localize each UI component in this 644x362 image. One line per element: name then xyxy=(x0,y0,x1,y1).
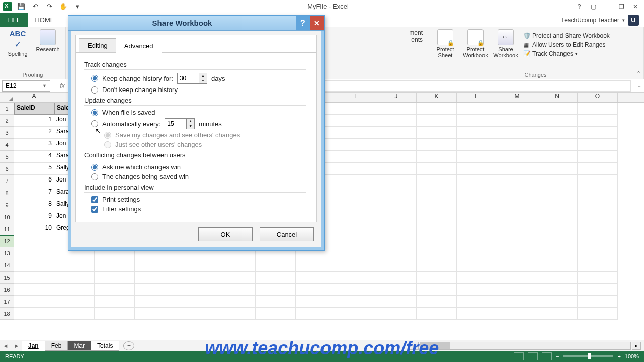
cell[interactable] xyxy=(457,259,497,272)
row-header[interactable]: 14 xyxy=(0,259,14,272)
cell[interactable] xyxy=(497,296,537,308)
cell[interactable]: 9 xyxy=(14,211,54,223)
column-header[interactable]: L xyxy=(457,93,497,102)
cell[interactable] xyxy=(457,151,497,163)
column-header[interactable]: O xyxy=(578,93,618,102)
name-box-dropdown-icon[interactable]: ▼ xyxy=(42,83,47,88)
cell[interactable]: 7 xyxy=(14,187,54,199)
scroll-thumb[interactable] xyxy=(420,342,450,349)
cell[interactable]: 8 xyxy=(14,199,54,211)
normal-view-icon[interactable] xyxy=(514,352,524,360)
opt-auto-every[interactable]: Automatically every: ▲▼ minutes xyxy=(91,118,308,129)
opt-saved-win[interactable]: The changes being saved win xyxy=(91,173,308,180)
cell[interactable] xyxy=(457,247,497,259)
cell[interactable] xyxy=(336,139,376,151)
cell[interactable] xyxy=(215,259,256,272)
row-header[interactable]: 9 xyxy=(0,199,14,211)
row-header[interactable]: 8 xyxy=(0,187,14,199)
cell[interactable] xyxy=(417,272,457,284)
ribbon-display-icon[interactable]: ▢ xyxy=(588,1,599,12)
cell[interactable]: 4 xyxy=(14,151,54,163)
protect-sheet-button[interactable]: Protect Sheet xyxy=(433,29,458,58)
cell[interactable] xyxy=(376,284,417,296)
row-header[interactable]: 3 xyxy=(0,127,14,139)
spelling-button[interactable]: ABC ✓ Spelling xyxy=(5,29,30,57)
row-header[interactable]: 10 xyxy=(0,211,14,223)
cell[interactable] xyxy=(14,247,54,259)
cell[interactable] xyxy=(376,199,417,211)
cell[interactable] xyxy=(417,175,457,187)
cell[interactable] xyxy=(376,115,417,127)
close-window-icon[interactable]: ✕ xyxy=(630,1,641,12)
cell[interactable] xyxy=(95,284,135,296)
cell[interactable] xyxy=(135,296,175,308)
column-header[interactable]: K xyxy=(417,93,457,102)
row-header[interactable]: 15 xyxy=(0,272,14,284)
cell[interactable] xyxy=(95,296,135,308)
research-button[interactable]: Research xyxy=(35,29,60,52)
cell[interactable] xyxy=(215,272,256,284)
opt-print-settings[interactable]: Print settings xyxy=(91,196,308,203)
cell[interactable] xyxy=(376,259,417,272)
cell[interactable] xyxy=(336,163,376,175)
cell[interactable] xyxy=(537,127,578,139)
cell[interactable] xyxy=(578,115,618,127)
cell[interactable] xyxy=(296,296,336,308)
cell[interactable] xyxy=(457,163,497,175)
cell[interactable] xyxy=(14,235,54,247)
cell[interactable] xyxy=(256,284,296,296)
cell[interactable] xyxy=(296,308,336,320)
cell[interactable] xyxy=(296,259,336,272)
cell[interactable] xyxy=(457,187,497,199)
opt-when-saved[interactable]: When file is saved xyxy=(91,109,308,116)
cell[interactable] xyxy=(376,223,417,235)
cell[interactable] xyxy=(537,259,578,272)
sheet-tab-totals[interactable]: Totals xyxy=(91,341,119,351)
sheet-tab-jan[interactable]: Jan xyxy=(22,341,45,351)
cell[interactable] xyxy=(14,259,54,272)
cell[interactable] xyxy=(336,223,376,235)
cell[interactable] xyxy=(457,199,497,211)
cell[interactable]: 3 xyxy=(14,139,54,151)
help-icon[interactable]: ? xyxy=(574,1,585,12)
cell[interactable] xyxy=(417,211,457,223)
cell[interactable] xyxy=(175,296,215,308)
cell[interactable] xyxy=(417,235,457,247)
column-header[interactable]: M xyxy=(497,93,537,102)
cell[interactable] xyxy=(336,211,376,223)
cell[interactable] xyxy=(497,175,537,187)
cell[interactable] xyxy=(376,151,417,163)
cell[interactable] xyxy=(417,139,457,151)
cell[interactable] xyxy=(54,296,95,308)
cell[interactable] xyxy=(417,163,457,175)
scroll-left-icon[interactable]: ◄ xyxy=(410,342,419,350)
cell[interactable] xyxy=(537,175,578,187)
redo-icon[interactable]: ↷ xyxy=(44,2,54,12)
cell[interactable] xyxy=(497,247,537,259)
column-header[interactable]: J xyxy=(376,93,417,102)
cell[interactable] xyxy=(215,308,256,320)
zoom-out-icon[interactable]: − xyxy=(556,353,559,359)
scroll-right-icon[interactable]: ► xyxy=(632,342,641,350)
save-icon[interactable]: 💾 xyxy=(16,2,26,12)
row-header[interactable]: 5 xyxy=(0,151,14,163)
cell[interactable] xyxy=(537,247,578,259)
cell[interactable] xyxy=(54,272,95,284)
cell[interactable] xyxy=(54,259,95,272)
radio-when-saved[interactable] xyxy=(91,109,98,116)
cell[interactable] xyxy=(578,272,618,284)
minutes-up-icon[interactable]: ▲ xyxy=(187,119,194,124)
cell[interactable] xyxy=(417,247,457,259)
radio-ask-which[interactable] xyxy=(91,164,98,171)
expand-formula-bar-icon[interactable]: ⌄ xyxy=(635,83,644,88)
cell[interactable] xyxy=(578,308,618,320)
zoom-level[interactable]: 100% xyxy=(625,353,639,359)
sheet-nav-prev[interactable]: ◄ xyxy=(0,343,11,349)
cell[interactable] xyxy=(376,211,417,223)
cell[interactable] xyxy=(537,284,578,296)
collapse-ribbon-icon[interactable]: ⌃ xyxy=(636,70,641,77)
cell[interactable] xyxy=(135,272,175,284)
protect-workbook-button[interactable]: Protect Workbook xyxy=(463,29,488,58)
sheet-tab-mar[interactable]: Mar xyxy=(67,341,91,351)
cell[interactable] xyxy=(256,259,296,272)
